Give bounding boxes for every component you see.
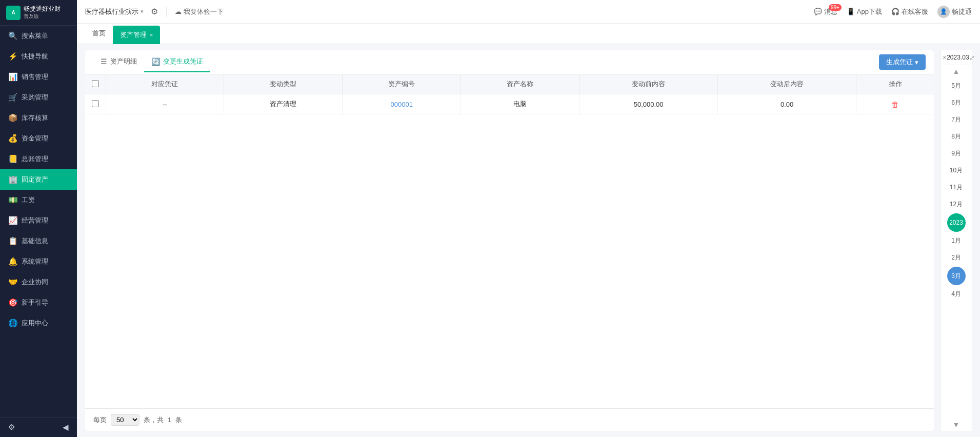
calendar-month-12月[interactable]: 12月 [943,196,970,212]
sidebar-item-sales[interactable]: 📊销售管理 [0,67,77,87]
tab-home[interactable]: 首页 [85,24,113,44]
customer-service-button[interactable]: 🎧 在线客服 [891,7,928,16]
calendar-month-11月[interactable]: 11月 [943,180,970,195]
sidebar-label-enterprise: 企业协同 [22,277,48,287]
sidebar-label-inventory: 库存核算 [22,113,48,123]
sidebar-icon-basic-info: 📋 [8,236,17,246]
sidebar-item-operations[interactable]: 📈经营管理 [0,210,77,231]
sidebar-icon-system: 🔔 [8,257,17,266]
main-content: 医疗器械行业演示 ▾ ⚙ ☁ 我要体验一下 💬 消息 99+ 📱 App下载 🎧… [77,0,980,437]
messages-button[interactable]: 💬 消息 99+ [814,7,837,16]
calendar-month-4月[interactable]: 4月 [943,286,970,302]
calendar-month-8月[interactable]: 8月 [943,129,970,145]
sidebar-item-inventory[interactable]: 📦库存核算 [0,108,77,128]
customer-service-label: 在线客服 [902,7,928,16]
sidebar-item-quick-nav[interactable]: ⚡快捷导航 [0,46,77,67]
row-asset-name: 电脑 [461,94,579,114]
sidebar-item-purchase[interactable]: 🛒采购管理 [0,87,77,108]
table-header-row: 对应凭证 变动类型 资产编号 资产名称 变动前内容 变动后内容 操作 [85,74,934,94]
tab-asset-detail[interactable]: ☰ 资产明细 [93,52,144,72]
calendar-month-2月[interactable]: 2月 [943,250,970,266]
calendar-expand-icon[interactable]: ⤢ [969,54,975,62]
experience-icon: ☁ [175,8,182,15]
calendar-year-2023[interactable]: 2023 [947,213,966,232]
sidebar-label-guide: 新手引导 [22,298,48,307]
sidebar-item-basic-info[interactable]: 📋基础信息 [0,231,77,251]
sidebar-label-quick-nav: 快捷导航 [22,52,48,61]
calendar-month-6月[interactable]: 6月 [943,95,970,111]
sub-tabs-row: ☰ 资产明细 🔄 变更生成凭证 生成凭证 ▾ [85,50,934,74]
calendar-month-1月[interactable]: 1月 [943,233,970,249]
change-voucher-icon: 🔄 [151,57,160,66]
tab-change-voucher[interactable]: 🔄 变更生成凭证 [144,52,210,72]
sidebar-icon-sales: 📊 [8,72,17,82]
header-after-change: 变动后内容 [718,74,856,94]
logo-name: 畅捷通好业财 [24,5,61,12]
sidebar-item-enterprise[interactable]: 🤝企业协同 [0,272,77,292]
row-before-change: 50,000.00 [579,94,718,114]
company-dropdown-icon: ▾ [141,8,144,15]
app-download-label: App下载 [857,7,882,16]
sidebar-icon-finance: 💰 [8,134,17,143]
app-download-button[interactable]: 📱 App下载 [847,7,882,16]
delete-row-button[interactable]: 🗑 [891,100,899,109]
sidebar-item-system[interactable]: 🔔系统管理 [0,251,77,272]
app-download-icon: 📱 [847,8,855,15]
logo-version: 普及版 [24,13,61,20]
total-count: 1 [168,416,171,424]
total-label: 条 [175,415,182,425]
generate-voucher-button[interactable]: 生成凭证 ▾ [879,54,926,70]
user-menu[interactable]: 👤 畅捷通 [937,6,972,18]
table-container: 对应凭证 变动类型 资产编号 资产名称 变动前内容 变动后内容 操作 -- 资产… [85,74,934,408]
topbar-settings-icon[interactable]: ⚙ [151,7,158,16]
change-voucher-label: 变更生成凭证 [163,57,203,66]
sidebar-label-basic-info: 基础信息 [22,236,48,246]
select-all-checkbox[interactable] [92,80,99,87]
collapse-icon[interactable]: ◀ [63,423,69,432]
calendar-nav-up: ▲ [941,65,972,77]
sidebar-bottom: ⚙ ◀ [0,417,77,437]
company-selector[interactable]: 医疗器械行业演示 ▾ [85,7,144,16]
generate-label: 生成凭证 [886,57,913,67]
page-size-select[interactable]: 10 20 50 100 [111,414,139,426]
sidebar-label-operations: 经营管理 [22,216,48,225]
sidebar-icon-app-center: 🌐 [8,319,17,328]
calendar-month-10月[interactable]: 10月 [943,163,970,178]
tab-asset-label: 资产管理 [120,30,147,39]
sidebar-item-app-center[interactable]: 🌐应用中心 [0,313,77,333]
calendar-month-9月[interactable]: 9月 [943,146,970,162]
sidebar-item-payroll[interactable]: 💵工资 [0,190,77,210]
calendar-up-button[interactable]: ▲ [953,67,960,75]
header-asset-name: 资产名称 [461,74,579,94]
calendar-month-7月[interactable]: 7月 [943,112,970,128]
asset-code-link[interactable]: 000001 [391,101,413,108]
sidebar-icon-operations: 📈 [8,216,17,225]
settings-icon[interactable]: ⚙ [8,423,15,432]
sidebar-item-fixed-assets[interactable]: 🏢固定资产 [0,169,77,190]
sidebar-item-search-menu[interactable]: 🔍搜索菜单 [0,26,77,46]
sidebar-item-ledger[interactable]: 📒总账管理 [0,149,77,169]
experience-label: 我要体验一下 [184,7,224,16]
calendar-panel: × 2023.03 ⤢ ▲ 5月6月7月8月9月10月11月12月20231月2… [940,50,972,431]
calendar-nav-down: ▼ [941,419,972,431]
sidebar-label-finance: 资金管理 [22,134,48,143]
header-voucher: 对应凭证 [106,74,224,94]
calendar-month-5月[interactable]: 5月 [943,78,970,94]
calendar-down-button[interactable]: ▼ [953,421,960,429]
calendar-month-3月[interactable]: 3月 [947,267,966,285]
tab-home-label: 首页 [92,29,106,38]
tab-asset-management[interactable]: 资产管理 × [113,26,160,44]
sidebar-icon-inventory: 📦 [8,113,17,123]
sidebar-label-purchase: 采购管理 [22,93,48,102]
messages-badge: 99+ [829,4,842,11]
calendar-close-icon[interactable]: × [943,53,947,62]
table-footer: 每页 10 20 50 100 条，共 1 条 [85,408,934,431]
sidebar-item-finance[interactable]: 💰资金管理 [0,128,77,149]
tab-close-icon[interactable]: × [150,32,153,38]
sidebar-item-guide[interactable]: 🎯新手引导 [0,292,77,313]
header-change-type: 变动类型 [224,74,343,94]
header-before-change: 变动前内容 [579,74,718,94]
row-checkbox-0[interactable] [92,100,99,107]
experience-button[interactable]: ☁ 我要体验一下 [175,7,224,16]
sub-tabs: ☰ 资产明细 🔄 变更生成凭证 [85,52,879,72]
